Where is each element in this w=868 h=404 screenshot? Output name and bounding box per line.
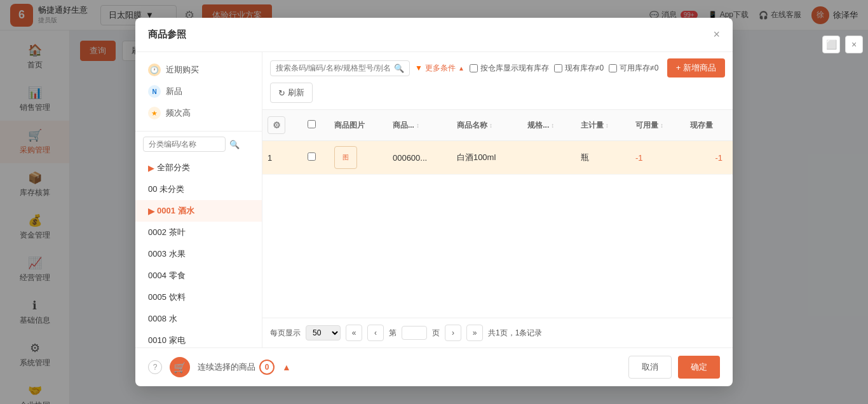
- row-checkbox-cell: [302, 141, 329, 175]
- cat-uncategorized[interactable]: 00 未分类: [135, 178, 262, 200]
- row-num: 1: [262, 141, 302, 175]
- nonzero-stock-checkbox[interactable]: [554, 64, 562, 72]
- product-search-box: 🔍: [270, 60, 410, 76]
- cat-all-arrow: ▶: [148, 163, 154, 173]
- clock-icon: 🕐: [148, 64, 161, 76]
- new-icon: N: [148, 85, 161, 98]
- table-head: ⚙ 商品图片: [262, 110, 733, 141]
- products-table: ⚙ 商品图片: [262, 110, 733, 175]
- first-page-button[interactable]: «: [346, 325, 362, 341]
- close-window-button[interactable]: ×: [845, 36, 863, 53]
- cat-search-area: 🔍: [135, 131, 262, 157]
- page-number-input[interactable]: 1: [402, 326, 427, 340]
- row-img-cell: 图: [329, 141, 388, 175]
- window-controls: ⬜ ×: [822, 36, 863, 53]
- star-icon: ★: [148, 107, 161, 119]
- prev-page-button[interactable]: ‹: [367, 325, 384, 341]
- sort-name-icon: ↕: [489, 122, 492, 129]
- th-img: 商品图片: [329, 110, 388, 141]
- th-code: 商品... ↕: [388, 110, 452, 141]
- cat-0003[interactable]: 0003 水果: [135, 243, 262, 265]
- table-row[interactable]: 1 图: [262, 141, 733, 175]
- product-reference-modal: 商品参照 × 🕐 近期购买 N 新: [135, 18, 733, 386]
- modal-title: 商品参照: [148, 29, 186, 41]
- quick-new[interactable]: N 新品: [143, 81, 254, 102]
- category-panel: 🕐 近期购买 N 新品 ★ 频次高: [135, 52, 262, 347]
- filter-icon: ▼: [415, 64, 423, 72]
- row-name-cell: 白酒100ml: [452, 141, 522, 175]
- pagination: 每页显示 50 100 200 « ‹ 第 1 页 ›: [262, 318, 733, 347]
- product-img: 图: [334, 146, 357, 169]
- cat-search-input[interactable]: [143, 137, 226, 152]
- footer-buttons: 取消 确定: [628, 356, 720, 379]
- row-unit-cell: 瓶: [576, 141, 630, 175]
- add-product-button[interactable]: + 新增商品: [667, 58, 725, 77]
- minimize-button[interactable]: ⬜: [822, 36, 840, 53]
- th-available: 可用量 ↕: [630, 110, 685, 141]
- select-all-checkbox[interactable]: [308, 120, 316, 128]
- show-stock-checkbox[interactable]: [470, 64, 478, 72]
- cat-search-icon[interactable]: 🔍: [229, 140, 240, 149]
- main-content: 查询 刷新 设置 ⬜ × 商品参照 ×: [70, 30, 868, 404]
- row-available-cell: -1: [630, 141, 685, 175]
- collapse-icon[interactable]: ▲: [282, 362, 291, 372]
- cb-show-stock[interactable]: 按仓库显示现有库存: [470, 63, 549, 74]
- refresh-icon: ↻: [278, 88, 285, 98]
- row-code-cell: 000600...: [388, 141, 452, 175]
- modal-overlay: 商品参照 × 🕐 近期购买 N 新: [0, 0, 868, 404]
- th-checkbox: [302, 110, 329, 141]
- sort-spec-icon: ↕: [551, 122, 554, 129]
- cancel-button[interactable]: 取消: [628, 356, 672, 379]
- selected-count-badge: 0: [259, 360, 275, 375]
- available-stock-checkbox[interactable]: [609, 64, 617, 72]
- product-search-input[interactable]: [276, 64, 390, 72]
- refresh-product-button[interactable]: ↻ 刷新: [270, 83, 313, 103]
- cat-0010[interactable]: 0010 家电: [135, 330, 262, 347]
- column-settings-button[interactable]: ⚙: [268, 116, 285, 134]
- product-panel: 🔍 ▼ 更多条件 ▲ 按仓库显示现有库存: [262, 52, 733, 347]
- cb-available-stock[interactable]: 可用库存≠0: [609, 63, 658, 74]
- cat-all[interactable]: ▶ 全部分类: [135, 157, 262, 178]
- cat-0008[interactable]: 0008 水: [135, 308, 262, 330]
- cat-0005[interactable]: 0005 饮料: [135, 286, 262, 308]
- th-stock: 现存量: [685, 110, 733, 141]
- cb-nonzero-stock[interactable]: 现有库存≠0: [554, 63, 604, 74]
- cat-0002[interactable]: 0002 茶叶: [135, 222, 262, 243]
- modal-body: 🕐 近期购买 N 新品 ★ 频次高: [135, 52, 733, 347]
- th-name: 商品名称 ↕: [452, 110, 522, 141]
- help-icon[interactable]: ?: [148, 360, 162, 374]
- th-spec: 规格... ↕: [522, 110, 575, 141]
- product-search-icon[interactable]: 🔍: [394, 64, 404, 73]
- cart-icon: 🛒: [173, 361, 186, 374]
- quick-recent[interactable]: 🕐 近期购买: [143, 60, 254, 80]
- th-gear: ⚙: [262, 110, 302, 141]
- cat-quick: 🕐 近期购买 N 新品 ★ 频次高: [135, 60, 262, 131]
- cat-0001[interactable]: ▶ 0001 酒水: [135, 200, 262, 222]
- cat-0001-arrow: ▶: [148, 206, 154, 216]
- layout: 🏠 首页 📊 销售管理 🛒 采购管理 📦 库存核算 💰 资金管理 📈 经营管理 …: [0, 30, 868, 404]
- row-spec-cell: [522, 141, 575, 175]
- th-unit: 主计量 ↕: [576, 110, 630, 141]
- last-page-button[interactable]: »: [466, 325, 483, 341]
- confirm-button[interactable]: 确定: [678, 356, 720, 379]
- cat-0004[interactable]: 0004 零食: [135, 265, 262, 286]
- sort-avail-icon: ↕: [660, 122, 663, 129]
- modal-footer: ? 🛒 连续选择的商品 0 ▲ 取消 确定: [135, 347, 733, 386]
- product-toolbar: 🔍 ▼ 更多条件 ▲ 按仓库显示现有库存: [262, 52, 733, 110]
- more-filter-button[interactable]: ▼ 更多条件 ▲: [415, 63, 465, 74]
- selected-count-area: 连续选择的商品 0: [198, 360, 275, 375]
- table-body: 1 图: [262, 141, 733, 175]
- sort-unit-icon: ↕: [606, 122, 609, 129]
- category-list: ▶ 全部分类 00 未分类 ▶ 0001 酒水 0002 茶: [135, 157, 262, 347]
- filter-chevron-icon: ▲: [458, 65, 465, 72]
- next-page-button[interactable]: ›: [445, 325, 461, 341]
- modal-header: 商品参照 ×: [135, 18, 733, 52]
- row-checkbox[interactable]: [308, 152, 316, 161]
- product-table: ⚙ 商品图片: [262, 110, 733, 318]
- quick-frequent[interactable]: ★ 频次高: [143, 103, 254, 123]
- row-stock-cell: -1: [685, 141, 733, 175]
- cart-button[interactable]: 🛒: [170, 357, 190, 377]
- modal-close-button[interactable]: ×: [713, 28, 720, 41]
- page-size-select[interactable]: 50 100 200: [306, 325, 341, 340]
- sort-code-icon: ↕: [416, 122, 419, 129]
